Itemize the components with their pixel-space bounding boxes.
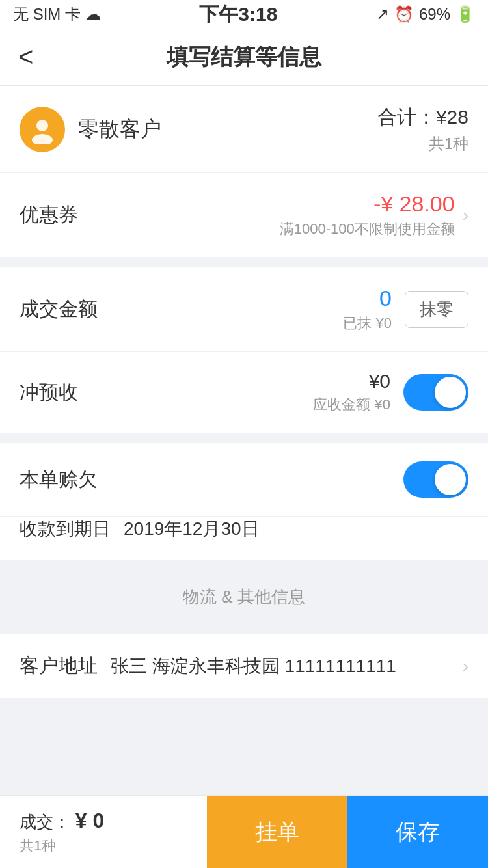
toggle-knob xyxy=(435,377,466,408)
back-button[interactable]: < xyxy=(18,42,33,72)
debt-date-label: 收款到期日 xyxy=(20,517,111,541)
battery-icon: 🔋 xyxy=(455,5,475,23)
status-right: ↗ ⏰ 69% 🔋 xyxy=(376,5,475,23)
hold-button[interactable]: 挂单 xyxy=(207,796,347,869)
location-icon: ↗ xyxy=(376,5,389,23)
deal-label: 成交金额 xyxy=(20,296,98,323)
bottom-deal-label: 成交： xyxy=(20,812,70,832)
prepay-amount: ¥0 xyxy=(313,370,390,392)
prepay-label: 冲预收 xyxy=(20,379,78,406)
debt-label: 本单赊欠 xyxy=(20,467,98,493)
divider-line-right xyxy=(318,597,468,597)
debt-row: 本单赊欠 xyxy=(0,443,488,516)
alarm-icon: ⏰ xyxy=(394,5,414,23)
customer-section: 零散客户 合计：¥28 共1种 优惠券 -¥ 28.00 满1000-100不限… xyxy=(0,86,488,257)
bottom-spacer xyxy=(0,708,488,786)
coupon-desc: 满1000-100不限制使用金额 xyxy=(280,219,455,239)
prepay-sub: 应收金额 ¥0 xyxy=(313,395,390,414)
customer-row: 零散客户 合计：¥28 共1种 xyxy=(0,86,488,172)
address-section: 客户地址 张三 海淀永丰科技园 11111111111 › xyxy=(0,634,488,698)
coupon-right: -¥ 28.00 满1000-100不限制使用金额 › xyxy=(280,191,468,239)
total-count: 共1种 xyxy=(377,133,468,154)
debt-toggle[interactable] xyxy=(403,461,468,498)
deal-value-wrap: 0 已抹 ¥0 xyxy=(343,286,392,333)
status-left: 无 SIM 卡 ☁ xyxy=(13,4,101,25)
deal-sub: 已抹 ¥0 xyxy=(343,314,392,333)
bottom-bar: 成交： ¥ 0 共1种 挂单 保存 xyxy=(0,795,488,868)
deal-row: 成交金额 0 已抹 ¥0 抹零 xyxy=(0,267,488,351)
address-chevron-icon: › xyxy=(463,656,468,677)
save-button[interactable]: 保存 xyxy=(347,796,488,869)
debt-toggle-knob xyxy=(435,464,466,495)
svg-point-1 xyxy=(32,134,53,144)
debt-section: 本单赊欠 收款到期日 2019年12月30日 xyxy=(0,443,488,560)
total-amount: 合计：¥28 xyxy=(377,104,468,131)
prepay-toggle[interactable] xyxy=(403,374,468,411)
deal-amount: 0 xyxy=(343,286,392,311)
coupon-discount: -¥ 28.00 xyxy=(280,191,455,217)
customer-total: 合计：¥28 共1种 xyxy=(377,104,468,154)
bottom-count: 共1种 xyxy=(20,836,187,856)
logistics-divider: 物流 & 其他信息 xyxy=(0,570,488,624)
coupon-label: 优惠券 xyxy=(20,202,78,228)
coupon-value-wrap: -¥ 28.00 满1000-100不限制使用金额 xyxy=(280,191,455,239)
battery-level: 69% xyxy=(419,5,450,23)
debt-date-value: 2019年12月30日 xyxy=(124,517,260,541)
logistics-section: 物流 & 其他信息 xyxy=(0,570,488,624)
status-time: 下午3:18 xyxy=(199,1,277,28)
prepay-value-wrap: ¥0 应收金额 ¥0 xyxy=(313,370,390,414)
coupon-row[interactable]: 优惠券 -¥ 28.00 满1000-100不限制使用金额 › xyxy=(0,172,488,257)
logistics-label: 物流 & 其他信息 xyxy=(183,586,305,608)
page-title: 填写结算等信息 xyxy=(167,42,321,72)
nav-bar: < 填写结算等信息 xyxy=(0,29,488,86)
status-bar: 无 SIM 卡 ☁ 下午3:18 ↗ ⏰ 69% 🔋 xyxy=(0,0,488,29)
chevron-right-icon: › xyxy=(463,205,468,226)
bottom-summary: 成交： ¥ 0 共1种 xyxy=(0,809,207,856)
customer-name: 零散客户 xyxy=(78,115,161,144)
svg-point-0 xyxy=(36,120,48,131)
bottom-deal-value: ¥ 0 xyxy=(75,809,104,832)
address-value: 张三 海淀永丰科技园 11111111111 xyxy=(111,654,463,679)
address-row[interactable]: 客户地址 张三 海淀永丰科技园 11111111111 › xyxy=(0,634,488,698)
sim-signal: 无 SIM 卡 ☁ xyxy=(13,4,101,25)
round-zero-button[interactable]: 抹零 xyxy=(405,291,468,328)
deal-right: 0 已抹 ¥0 抹零 xyxy=(343,286,468,333)
customer-info: 零散客户 xyxy=(20,107,161,152)
divider-line-left xyxy=(20,597,170,597)
bottom-deal-row: 成交： ¥ 0 xyxy=(20,809,187,834)
deal-section: 成交金额 0 已抹 ¥0 抹零 冲预收 ¥0 应收金额 ¥0 xyxy=(0,267,488,433)
prepay-right: ¥0 应收金额 ¥0 xyxy=(313,370,468,414)
debt-date-row[interactable]: 收款到期日 2019年12月30日 xyxy=(0,516,488,560)
prepay-row: 冲预收 ¥0 应收金额 ¥0 xyxy=(0,351,488,433)
avatar xyxy=(20,107,65,152)
address-label: 客户地址 xyxy=(20,653,98,679)
